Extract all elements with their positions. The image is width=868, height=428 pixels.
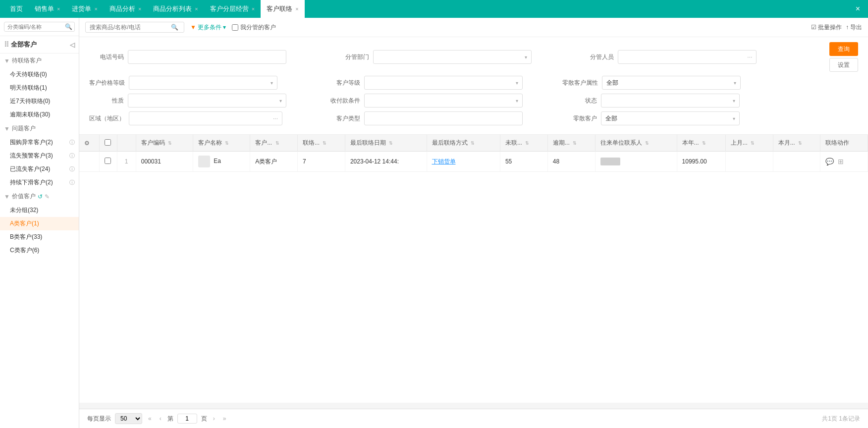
nav-tab-4[interactable]: 客户分层经营 × xyxy=(204,0,261,18)
status-select[interactable]: ▾ xyxy=(601,94,740,107)
filter-cell-dept: 分管部门 ▾ xyxy=(334,50,580,64)
last-page-btn[interactable]: » xyxy=(221,414,228,423)
col-unit-contact[interactable]: 往来单位联系人 ⇅ xyxy=(595,135,677,152)
my-customers-check[interactable] xyxy=(232,24,238,31)
person-select-dots: ··· xyxy=(747,54,752,60)
phone-input[interactable] xyxy=(128,50,286,64)
scatter-select[interactable]: 全部 ▾ xyxy=(601,111,740,125)
nav-tab-1[interactable]: 进货单 × xyxy=(66,0,103,18)
cust-type-input[interactable] xyxy=(364,111,523,125)
payment-select[interactable]: ▾ xyxy=(364,94,523,107)
col-last-date[interactable]: 最后联络日期 ⇅ xyxy=(345,135,427,152)
nature-select[interactable]: ▾ xyxy=(128,94,286,107)
sidebar-item-loss-warning[interactable]: 流失预警客户(3) ⓘ xyxy=(0,149,79,162)
row-select-checkbox[interactable] xyxy=(105,158,111,164)
sidebar-item-declining[interactable]: 持续下滑客户(2) ⓘ xyxy=(0,176,79,189)
close-tab-0-icon[interactable]: × xyxy=(57,6,60,12)
export-btn[interactable]: ↑ 导出 xyxy=(846,23,862,32)
page-label: 第 xyxy=(167,415,173,423)
row-last-date: 2023-04-12 14:44: xyxy=(345,152,427,172)
nav-tab-5[interactable]: 客户联络 × xyxy=(261,0,304,18)
sidebar-item-abnormal[interactable]: 囤购异常客户(2) ⓘ xyxy=(0,136,79,149)
row-cust-type: A类客户 xyxy=(250,152,298,172)
more-conditions-arrow: ▾ xyxy=(223,24,226,31)
gear-icon[interactable]: ⚙ xyxy=(84,140,90,147)
nav-close-btn[interactable]: × xyxy=(852,4,864,13)
row-actions: 💬 ⊞ xyxy=(820,152,868,172)
close-tab-3-icon[interactable]: × xyxy=(195,6,198,12)
row-last-method[interactable]: 下销货单 xyxy=(427,152,500,172)
close-tab-4-icon[interactable]: × xyxy=(252,6,255,12)
nav-tab-2[interactable]: 商品分析 × xyxy=(104,0,147,18)
col-gear[interactable]: ⚙ xyxy=(79,135,99,152)
price-level-select[interactable]: ▾ xyxy=(129,76,277,90)
filter-cell-scatter: 零散客户 全部 ▾ xyxy=(562,111,799,125)
col-contact-count[interactable]: 联络... ⇅ xyxy=(298,135,345,152)
sidebar-group-pending[interactable]: ▼ 待联络客户 xyxy=(0,54,79,68)
nav-tab-3[interactable]: 商品分析列表 × xyxy=(147,0,204,18)
col-last-method[interactable]: 最后联络方式 ⇅ xyxy=(427,135,500,152)
filter-search-input[interactable] xyxy=(90,24,169,31)
batch-op-icon: ☑ xyxy=(811,24,816,31)
nav-tab-0[interactable]: 销售单 × xyxy=(29,0,66,18)
row-checkbox[interactable] xyxy=(99,152,117,172)
filter-search-icon[interactable]: 🔍 xyxy=(171,24,178,31)
col-current-month[interactable]: 本月... ⇅ xyxy=(773,135,820,152)
sidebar-item-class-c[interactable]: C类客户(6) xyxy=(0,244,79,257)
sidebar-item-7days[interactable]: 近7天待联络(0) xyxy=(0,95,79,108)
dept-select[interactable]: ▾ xyxy=(373,50,532,64)
row-grid-icon[interactable]: ⊞ xyxy=(838,158,844,165)
page-size-select[interactable]: 50 100 200 xyxy=(115,413,142,424)
col-name[interactable]: 客户名称 ⇅ xyxy=(193,135,250,152)
select-all-checkbox[interactable] xyxy=(105,139,111,146)
col-not-contacted[interactable]: 未联... ⇅ xyxy=(500,135,547,152)
sidebar-item-unclassified[interactable]: 未分组(32) xyxy=(0,204,79,217)
my-customers-checkbox[interactable]: 我分管的客户 xyxy=(232,23,276,32)
row-chat-icon[interactable]: 💬 xyxy=(825,158,834,165)
sidebar-group-value[interactable]: ▼ 价值客户 ↺ ✎ xyxy=(0,189,79,204)
col-code[interactable]: 客户编码 ⇅ xyxy=(136,135,193,152)
sidebar-value-refresh-icon[interactable]: ↺ xyxy=(38,193,43,200)
settings-btn[interactable]: 设置 xyxy=(829,58,858,72)
close-tab-1-icon[interactable]: × xyxy=(94,6,97,12)
horizontal-scrollbar[interactable] xyxy=(79,403,868,409)
prev-page-btn[interactable]: ‹ xyxy=(158,414,163,423)
col-last-month[interactable]: 上月... ⇅ xyxy=(725,135,773,152)
col-cust-type[interactable]: 客户... ⇅ xyxy=(250,135,298,152)
close-tab-2-icon[interactable]: × xyxy=(138,6,141,12)
cust-level-select[interactable]: ▾ xyxy=(364,76,523,90)
next-page-btn[interactable]: › xyxy=(211,414,217,423)
sidebar-item-lost[interactable]: 已流失客户(24) ⓘ xyxy=(0,162,79,176)
batch-op-btn[interactable]: ☑ 批量操作 xyxy=(811,23,842,32)
sidebar-item-overdue[interactable]: 逾期未联络(30) xyxy=(0,108,79,121)
status-label: 状态 xyxy=(562,97,597,105)
more-conditions-btn[interactable]: ▼ 更多条件 ▾ xyxy=(190,23,226,32)
sidebar-group-problem[interactable]: ▼ 问题客户 xyxy=(0,121,79,136)
page-label2: 页 xyxy=(201,415,207,423)
nav-home[interactable]: 首页 xyxy=(4,0,29,18)
sidebar-item-tomorrow[interactable]: 明天待联络(1) xyxy=(0,81,79,95)
col-year[interactable]: 本年... ⇅ xyxy=(677,135,725,152)
sidebar-search-area: 🔍 xyxy=(0,18,79,36)
sidebar-value-edit-icon[interactable]: ✎ xyxy=(45,193,50,200)
sidebar-item-today[interactable]: 今天待联络(0) xyxy=(0,68,79,81)
sidebar-dots-icon: ⠿ xyxy=(4,41,9,49)
page-input[interactable] xyxy=(177,414,197,424)
advanced-filter: 电话号码 分管部门 ▾ 分管人员 ··· xyxy=(79,37,868,135)
col-overdue[interactable]: 逾期... ⇅ xyxy=(547,135,595,152)
sidebar-item-class-b[interactable]: B类客户(33) xyxy=(0,230,79,244)
sidebar-all-customers[interactable]: ⠿ 全部客户 ◁ xyxy=(0,36,79,54)
sidebar-collapse-icon[interactable]: ◁ xyxy=(70,41,75,49)
close-tab-5-icon[interactable]: × xyxy=(295,6,298,12)
person-select[interactable]: ··· xyxy=(618,50,757,64)
status-arrow: ▾ xyxy=(733,98,735,104)
region-select[interactable]: ··· xyxy=(129,111,282,125)
query-btn[interactable]: 查询 xyxy=(829,42,858,56)
sidebar-search-input[interactable] xyxy=(4,22,75,32)
sidebar-search-icon[interactable]: 🔍 xyxy=(65,23,72,30)
person-label: 分管人员 xyxy=(579,53,614,61)
scatter-attr-select[interactable]: 全部 ▾ xyxy=(602,76,741,90)
sidebar-item-class-a[interactable]: A类客户(1) xyxy=(0,217,79,230)
first-page-btn[interactable]: « xyxy=(146,414,154,423)
col-checkbox[interactable] xyxy=(99,135,117,152)
